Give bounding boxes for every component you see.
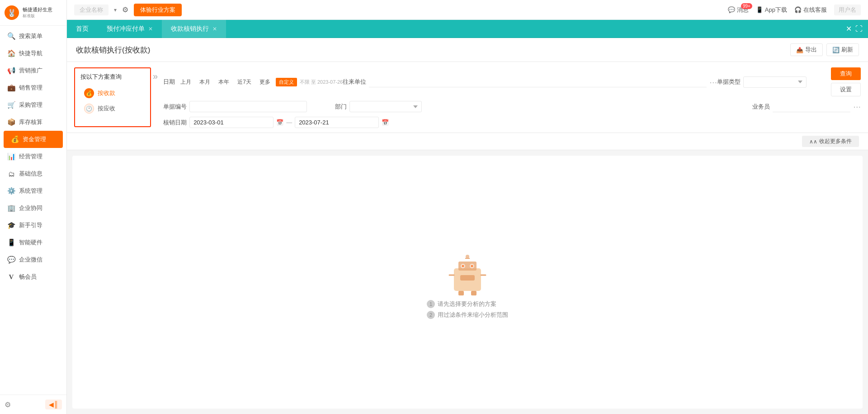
date-this-month[interactable]: 本月 <box>197 77 213 87</box>
headset-icon: 🎧 <box>794 6 802 13</box>
doc-no-input[interactable] <box>189 101 307 112</box>
sidebar-item-member[interactable]: V 畅会员 <box>0 268 66 286</box>
staff-input-area[interactable] <box>773 101 850 112</box>
content-header: 收款核销执行(按收款) 📤 导出 🔄 刷新 <box>67 38 868 62</box>
svg-point-5 <box>471 265 473 267</box>
prepay-close-icon[interactable]: ✕ <box>148 26 153 32</box>
building-icon: 🏢 <box>7 204 15 212</box>
user-account[interactable]: 用户名 <box>834 5 861 15</box>
empty-tip-2: 用过滤条件来缩小分析范围 <box>438 311 508 319</box>
sidebar-item-quick-nav[interactable]: 🏠 快捷导航 <box>0 45 66 62</box>
sidebar-item-label: 销售管理 <box>19 84 42 92</box>
collect-option-label: 按收款 <box>98 89 115 97</box>
date-custom-badge[interactable]: 自定义 <box>276 78 297 86</box>
date-label: 日期 <box>163 78 175 86</box>
query-button[interactable]: 查询 <box>831 67 861 80</box>
counterpart-filter: 往来单位 ··· <box>343 76 717 87</box>
solution-button[interactable]: 体验行业方案 <box>134 4 182 16</box>
empty-tip-1: 请先选择要分析的方案 <box>438 300 496 308</box>
sidebar-item-sales[interactable]: 💼 销售管理 <box>0 79 66 96</box>
staff-dots-icon[interactable]: ··· <box>853 101 861 112</box>
app-download-button[interactable]: 📱 App下载 <box>756 6 787 14</box>
receivable-option-icon: 🕐 <box>84 104 94 114</box>
verify-date-end-calendar-icon[interactable]: 📅 <box>382 119 389 126</box>
svg-point-4 <box>462 265 464 267</box>
dropdown-icon[interactable]: ▾ <box>114 7 117 13</box>
filter-option-by-receivable[interactable]: 🕐 按应收 <box>80 101 145 116</box>
tab-collect[interactable]: 收款核销执行 ✕ <box>162 20 226 38</box>
collapse-chevron-icon: ∧∧ <box>809 138 817 145</box>
svg-point-12 <box>466 255 469 258</box>
svg-rect-9 <box>458 291 464 295</box>
topbar-brand: 企业名称 <box>74 5 108 15</box>
doc-no-filter: 单据编号 <box>163 101 335 112</box>
verify-date-separator: — <box>286 119 292 126</box>
sidebar-item-enterprise[interactable]: 🏢 企业协同 <box>0 200 66 217</box>
sidebar: 🐰 畅捷通好生意 标准版 🔍 搜索菜单 🏠 快捷导航 📢 营销推广 💼 销售管理… <box>0 0 67 414</box>
sidebar-item-guide[interactable]: 🎓 新手引导 <box>0 217 66 234</box>
nav-list: 🔍 搜索菜单 🏠 快捷导航 📢 营销推广 💼 销售管理 🛒 采购管理 📦 库存核… <box>0 26 66 395</box>
sidebar-item-label: 基础信息 <box>19 170 42 178</box>
briefcase-icon: 💼 <box>7 84 15 92</box>
sidebar-item-label: 营销推广 <box>19 67 42 75</box>
collect-close-icon[interactable]: ✕ <box>212 26 217 32</box>
search-icon: 🔍 <box>7 32 15 40</box>
sidebar-item-label: 经营管理 <box>19 152 42 161</box>
collapse-more-label: 收起更多条件 <box>819 138 852 145</box>
verify-date-start-input[interactable] <box>189 117 274 128</box>
sidebar-item-marketing[interactable]: 📢 营销推广 <box>0 62 66 79</box>
sidebar-item-hardware[interactable]: 📱 智能硬件 <box>0 234 66 251</box>
topbar-gear-icon[interactable]: ⚙ <box>122 5 128 14</box>
sidebar-item-operations[interactable]: 📊 经营管理 <box>0 148 66 165</box>
date-7days[interactable]: 近7天 <box>235 77 254 87</box>
sidebar-item-basic-info[interactable]: 🗂 基础信息 <box>0 165 66 182</box>
counterpart-input-area[interactable] <box>369 76 707 87</box>
sidebar-item-search[interactable]: 🔍 搜索菜单 <box>0 28 66 45</box>
tip-num-1: 1 <box>427 300 435 308</box>
filter-option-by-collect[interactable]: 💰 按收款 <box>80 86 145 101</box>
tab-close-all-icon[interactable]: ✕ <box>846 24 852 33</box>
settings-button[interactable]: 设置 <box>831 83 861 96</box>
settings-icon[interactable]: ⚙ <box>5 400 11 409</box>
sidebar-item-purchase[interactable]: 🛒 采购管理 <box>0 96 66 114</box>
scheme-collapse-icon[interactable]: » <box>151 69 160 83</box>
doc-no-label: 单据编号 <box>163 103 187 111</box>
verify-date-start-calendar-icon[interactable]: 📅 <box>276 119 283 126</box>
verify-date-end-input[interactable] <box>295 117 379 128</box>
collapse-more-button[interactable]: ∧∧ 收起更多条件 <box>802 136 859 147</box>
empty-state: 1 请先选择要分析的方案 2 用过滤条件来缩小分析范围 <box>72 156 863 409</box>
tab-home[interactable]: 首页 <box>67 20 98 38</box>
tab-expand-icon[interactable]: ⛶ <box>855 25 863 33</box>
tip-num-2: 2 <box>427 311 435 319</box>
online-service-label: 在线客服 <box>803 6 827 14</box>
counterpart-dots-icon[interactable]: ··· <box>709 77 717 87</box>
sidebar-item-label: 智能硬件 <box>19 238 42 247</box>
sidebar-item-finance[interactable]: 💰 资金管理 <box>4 131 63 148</box>
online-service-button[interactable]: 🎧 在线客服 <box>794 6 827 14</box>
sidebar-item-system[interactable]: ⚙️ 系统管理 <box>0 182 66 200</box>
sidebar-item-label: 畅会员 <box>19 273 37 281</box>
folder-icon: 🗂 <box>7 170 15 178</box>
export-button[interactable]: 📤 导出 <box>790 43 823 56</box>
refresh-button[interactable]: 🔄 刷新 <box>826 43 859 56</box>
message-button[interactable]: 💬 消息 99+ <box>728 6 749 14</box>
sidebar-item-inventory[interactable]: 📦 库存核算 <box>0 114 66 131</box>
empty-illustration <box>440 246 495 300</box>
collect-tab-label: 收款核销执行 <box>171 25 209 33</box>
date-more[interactable]: 更多 <box>257 77 273 87</box>
dept-select[interactable] <box>349 101 422 112</box>
empty-tips: 1 请先选择要分析的方案 2 用过滤条件来缩小分析范围 <box>427 300 508 319</box>
date-this-year[interactable]: 本年 <box>216 77 232 87</box>
filter-row-3: 核销日期 📅 — 📅 <box>163 117 861 128</box>
megaphone-icon: 📢 <box>7 67 15 75</box>
tab-prepay[interactable]: 预付冲应付单 ✕ <box>98 20 162 38</box>
date-prev-month[interactable]: 上月 <box>178 77 194 87</box>
cart-icon: 🛒 <box>7 101 15 109</box>
collapse-bar: ∧∧ 收起更多条件 <box>67 133 868 150</box>
filter-scheme-panel: 按以下方案查询 💰 按收款 🕐 按应收 <box>74 67 151 127</box>
collect-option-icon: 💰 <box>84 88 94 98</box>
sidebar-item-wechat[interactable]: 💬 企业微信 <box>0 251 66 268</box>
doc-type-label: 单据类型 <box>717 78 741 86</box>
sidebar-collapse-btn[interactable]: ◀║ <box>45 400 62 409</box>
doc-type-select[interactable] <box>743 76 807 88</box>
